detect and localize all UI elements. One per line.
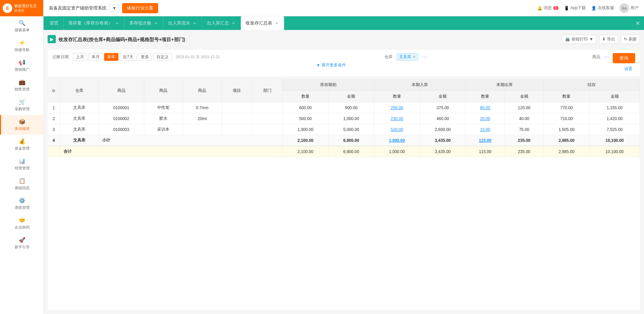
sidebar-item-2[interactable]: 📢 营销推广 xyxy=(0,56,43,76)
online-service-item[interactable]: 👤 在线客服 xyxy=(591,5,614,11)
subtotal-row: 4 文具库 小计 2,100.00 6,900.00 1,000.00 3,43… xyxy=(48,135,640,146)
top-right-actions: 🖨️ 按钮打印 ▼ ⬇ 导出 ↻ 刷新 xyxy=(562,35,640,44)
expand-icon: ▼ xyxy=(316,63,320,68)
sidebar-item-5[interactable]: 📦 库存核算 xyxy=(0,115,43,135)
row-close-qty: 770.00 xyxy=(544,102,590,113)
collapse-btn[interactable]: ▶ xyxy=(48,35,56,43)
tab-close-5[interactable]: ✕ xyxy=(274,21,279,26)
settings-text-btn[interactable]: 设置 xyxy=(622,65,635,73)
sidebar-label-4: 采购管理 xyxy=(15,106,30,112)
messages-item[interactable]: 🔔 消息 6 xyxy=(537,5,559,11)
sub-label: 小计 xyxy=(98,135,282,146)
export-btn[interactable]: ⬇ 导出 xyxy=(599,35,618,44)
row-out-qty[interactable]: 80.00 xyxy=(466,102,505,113)
app-logo-icon: 6 xyxy=(3,3,12,13)
tab-1[interactable]: 现存量（库存分布表）✕ xyxy=(64,16,125,30)
row-goods-code: 0100002 xyxy=(98,113,144,124)
total-open-qty: 2,100.00 xyxy=(282,146,328,157)
tab-label-2: 库存批次账 xyxy=(129,20,151,26)
th-in-qty: 数量 xyxy=(374,91,420,102)
date-btn-本年[interactable]: 本年 xyxy=(104,53,118,61)
row-close-amt: 1,155.00 xyxy=(590,102,640,113)
table-footer: 合计 2,100.00 6,900.00 1,000.00 3,435.00 1… xyxy=(48,146,640,157)
refresh-btn[interactable]: ↻ 刷新 xyxy=(621,35,640,44)
tab-5[interactable]: 收发存汇总表✕ xyxy=(241,16,284,30)
row-out-amt: 120.00 xyxy=(505,102,544,113)
tab-0[interactable]: 首页 xyxy=(45,16,64,30)
total-close-amt: 10,100.00 xyxy=(590,146,640,157)
sidebar-label-3: 销售管理 xyxy=(15,87,30,92)
row-dept xyxy=(252,113,282,124)
sidebar-icon-5: 📦 xyxy=(19,118,26,125)
sidebar-item-3[interactable]: 💼 销售管理 xyxy=(0,76,43,95)
row-no: 3 xyxy=(48,124,60,135)
print-dropdown-icon: ▼ xyxy=(589,37,593,42)
tab-close-2[interactable]: ✕ xyxy=(153,21,158,26)
tab-4[interactable]: 出入库汇总✕ xyxy=(202,16,241,30)
print-btn[interactable]: 🖨️ 按钮打印 ▼ xyxy=(562,35,596,44)
date-btn-近7天[interactable]: 近7天 xyxy=(120,53,136,61)
row-open-qty: 500.00 xyxy=(282,113,328,124)
sidebar-item-11[interactable]: 🚀 新手引导 xyxy=(0,233,43,253)
table-settings-gear[interactable]: ⚙ xyxy=(52,88,55,93)
tab-label-5: 收发存汇总表 xyxy=(246,20,272,26)
warehouse-filter-dots[interactable]: ··· xyxy=(422,54,428,60)
warehouse-tag-text: 文具库 xyxy=(399,54,411,60)
date-btn-上月[interactable]: 上月 xyxy=(73,53,87,61)
row-dept xyxy=(252,102,282,113)
table-row: 3 文具库 0100003 采访本 1,000.00 5,000.00 520.… xyxy=(48,124,640,135)
experience-btn[interactable]: 体验行业方案 xyxy=(122,3,158,13)
tab-bar-close-btn[interactable]: ✕ xyxy=(633,19,643,28)
query-btn[interactable]: 查询 xyxy=(613,53,635,63)
row-in-qty[interactable]: 520.00 xyxy=(374,124,420,135)
sidebar-icon-3: 💼 xyxy=(19,79,26,85)
sidebar-item-6[interactable]: 💰 资金管理 xyxy=(0,135,43,154)
user-label: 用户 xyxy=(630,5,639,11)
tab-close-1[interactable]: ✕ xyxy=(115,21,119,26)
messages-badge: 6 xyxy=(553,6,559,10)
row-out-qty[interactable]: 15.00 xyxy=(466,124,505,135)
sub-out-qty[interactable]: 115.00 xyxy=(466,135,505,146)
date-filter-label: 记账日期 xyxy=(52,54,69,60)
row-warehouse: 文具库 xyxy=(60,113,98,124)
sub-open-amt: 6,900.00 xyxy=(328,135,374,146)
sub-close-qty: 2,985.00 xyxy=(544,135,590,146)
system-dropdown[interactable]: ▼ xyxy=(109,4,119,12)
row-project xyxy=(222,102,252,113)
sub-in-qty[interactable]: 1,000.00 xyxy=(374,135,420,146)
row-out-qty[interactable]: 20.00 xyxy=(466,113,505,124)
row-in-qty[interactable]: 250.00 xyxy=(374,102,420,113)
goods-filter-dots[interactable]: ··· xyxy=(605,54,610,60)
sidebar-item-8[interactable]: 📋 基础信息 xyxy=(0,174,43,194)
user-item[interactable]: Ea 用户 xyxy=(620,3,639,13)
tab-3[interactable]: 出入库流水✕ xyxy=(163,16,202,30)
sidebar-item-10[interactable]: 🤝 企业协同 xyxy=(0,214,43,233)
date-btn-本月[interactable]: 本月 xyxy=(88,53,103,61)
tab-2[interactable]: 库存批次账✕ xyxy=(125,16,163,30)
sidebar-item-0[interactable]: 🔍 搜索菜单 xyxy=(0,16,43,36)
date-btn-自定义[interactable]: 自定义 xyxy=(153,53,172,61)
th-close-amt: 金额 xyxy=(590,91,640,102)
row-in-qty[interactable]: 230.00 xyxy=(374,113,420,124)
page-header-row: ▶ 收发存汇总表(按仓库+商品编码+商品+规格型号+项目+部门) 🖨️ 按钮打印… xyxy=(48,34,640,44)
row-out-amt: 40.00 xyxy=(505,113,544,124)
expand-filters-btn[interactable]: ▼ 展开更多条件 xyxy=(316,62,346,68)
service-icon: 👤 xyxy=(591,6,596,11)
sidebar-icon-4: 🛒 xyxy=(19,99,26,105)
tab-close-3[interactable]: ✕ xyxy=(192,21,197,26)
date-btn-更多[interactable]: 更多 xyxy=(138,53,152,61)
sidebar-label-5: 库存核算 xyxy=(15,126,30,131)
tab-close-4[interactable]: ✕ xyxy=(231,21,236,26)
goods-filter-label: 商品 xyxy=(592,54,600,60)
row-open-qty: 1,000.00 xyxy=(282,124,328,135)
row-in-amt: 375.00 xyxy=(420,102,466,113)
th-group-closing: 结存 xyxy=(544,79,640,91)
sidebar-item-9[interactable]: ⚙️ 系统管理 xyxy=(0,194,43,214)
warehouse-tag-close[interactable]: ✕ xyxy=(413,55,416,59)
row-goods-spec: 20ml xyxy=(183,113,222,124)
th-close-qty: 数量 xyxy=(544,91,590,102)
app-download-item[interactable]: 📱 App下载 xyxy=(564,5,586,11)
sidebar-item-1[interactable]: ⚡ 快捷导航 xyxy=(0,36,43,56)
sidebar-item-4[interactable]: 🛒 采购管理 xyxy=(0,95,43,115)
sidebar-item-7[interactable]: 📊 经营管理 xyxy=(0,154,43,174)
